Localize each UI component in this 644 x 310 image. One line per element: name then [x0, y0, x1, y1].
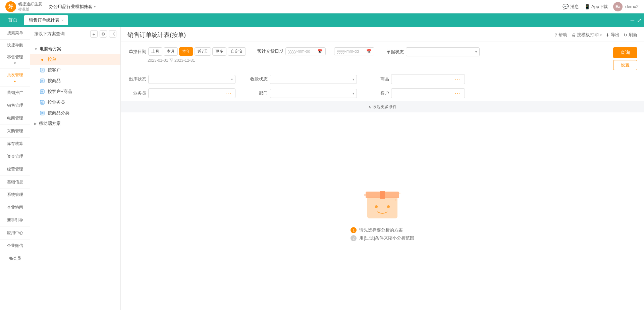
tab-bar-actions: ─ ⤢	[631, 17, 641, 23]
sidebar-item-purchase[interactable]: 采购管理	[0, 125, 30, 138]
app-download-btn[interactable]: 📱 App下载	[584, 4, 608, 10]
tab-sales-report[interactable]: 销售订单统计表 ×	[24, 15, 68, 25]
dept-select[interactable]	[270, 89, 357, 98]
page-actions: ? 帮助 🖨 按模板打印 ▾ ⬇ 导出 ↻ 刷新	[555, 32, 637, 38]
tab-close-icon[interactable]: ×	[61, 18, 63, 22]
tab-home[interactable]: 首页	[3, 15, 23, 25]
expected-date-end-input[interactable]: yyyy-mm-dd 📅	[334, 47, 374, 55]
scheme-item-by-goods-category[interactable]: 类 按商品分类	[30, 108, 120, 118]
svg-rect-12	[380, 191, 385, 199]
empty-state: 1 请先选择要分析的方案 2 用[过滤]条件来缩小分析范围	[351, 182, 414, 241]
sidebar-item-inventory[interactable]: 库存核算	[0, 138, 30, 150]
message-icon: 💬	[562, 4, 569, 10]
sidebar-item-system[interactable]: 系统管理	[0, 189, 30, 201]
tab-expand-icon[interactable]: ⤢	[637, 17, 641, 23]
sidebar-item-enterprise[interactable]: 企业协同	[0, 201, 30, 214]
sidebar-label-enterprise: 企业协同	[7, 205, 23, 210]
export-icon: ⬇	[606, 33, 609, 38]
collapse-bar[interactable]: ∧ 收起更多条件	[121, 101, 644, 112]
avatar: Ea	[613, 2, 623, 11]
top-bar-right: 💬 消息 📱 App下载 Ea demo2	[562, 2, 639, 11]
doc-status-label: 单据状态	[385, 49, 404, 55]
hint-num-2: 2	[351, 235, 357, 241]
help-btn[interactable]: ? 帮助	[555, 32, 567, 38]
print-btn[interactable]: 🖨 按模板打印 ▾	[571, 32, 602, 38]
scheme-item-by-customer[interactable]: 人 按客户	[30, 65, 120, 75]
phone-icon: 📱	[584, 4, 590, 9]
page-header: 销售订单统计表(按单) ? 帮助 🖨 按模板打印 ▾ ⬇ 导出	[121, 27, 644, 42]
settings-scheme-btn[interactable]: ⚙	[100, 30, 107, 38]
scheme-item-by-salesman[interactable]: 业 按业务员	[30, 97, 120, 108]
sidebar-item-marketing[interactable]: 营销推广	[0, 87, 30, 99]
sidebar-item-wechat[interactable]: 企业微信	[0, 240, 30, 252]
date-btn-last-month[interactable]: 上月	[148, 47, 162, 56]
goods-input[interactable]: ···	[391, 74, 465, 84]
customer-label: 客户	[370, 90, 389, 96]
query-button[interactable]: 查询	[613, 47, 637, 58]
scheme-label-by-customer: 按客户	[48, 67, 61, 73]
sidebar-item-operations[interactable]: 经营管理	[0, 163, 30, 176]
ship-status-select[interactable]	[148, 75, 235, 84]
scheme-label-by-salesman: 按业务员	[48, 99, 65, 105]
filter-expected-date-col: 预计交货日期 yyyy-mm-dd 📅 — yyyy-mm-dd 📅	[257, 47, 374, 55]
export-btn[interactable]: ⬇ 导出	[606, 32, 620, 38]
collapse-panel-btn[interactable]: 《	[109, 30, 116, 38]
user-profile-btn[interactable]: Ea demo2	[613, 2, 639, 11]
empty-hint-1: 1 请先选择要分析的方案	[351, 227, 414, 233]
sidebar-item-ecommerce[interactable]: 电商管理	[0, 112, 30, 125]
pay-status-select[interactable]	[270, 75, 357, 84]
doc-status-select[interactable]	[406, 47, 480, 56]
filter-pay-col: 收款状态 ▾	[249, 75, 357, 84]
filter-date-col: 单据日期 上月 本月 本年 近7天 更多 自定义	[127, 47, 246, 63]
sidebar-item-newbie[interactable]: 新手引导	[0, 214, 30, 227]
system-name-btn[interactable]: 办公用品行业模拟账套 ▾	[49, 4, 96, 10]
tab-minimize-icon[interactable]: ─	[631, 17, 634, 23]
dept-select-wrap: ▾	[270, 89, 357, 98]
add-scheme-btn[interactable]: +	[90, 30, 98, 38]
mobile-scheme-group: ▶ 移动端方案	[30, 118, 120, 128]
salesman-input[interactable]: ···	[148, 88, 235, 98]
sidebar-item-retail[interactable]: 零售管理 ▼	[0, 51, 30, 69]
sidebar-label-wholesale: 批发管理	[7, 72, 23, 78]
sidebar-item-appcenter[interactable]: 应用中心	[0, 227, 30, 240]
svg-text:业: 业	[41, 101, 44, 104]
pc-scheme-group-header[interactable]: ▼ 电脑端方案	[30, 44, 120, 54]
scheme-item-by-order[interactable]: ● 按单	[30, 54, 120, 65]
expected-date-start-input[interactable]: yyyy-mm-dd 📅	[285, 47, 326, 55]
help-icon: ?	[555, 33, 557, 38]
refresh-icon: ↻	[624, 33, 627, 38]
filter-row-1: 单据日期 上月 本月 本年 近7天 更多 自定义	[127, 47, 637, 70]
sidebar-search[interactable]: 搜索菜单	[0, 27, 30, 40]
order-icon: ●	[40, 57, 45, 62]
filter-row-2: 出库状态 ▾ 收款状态	[127, 74, 637, 84]
customer-input[interactable]: ···	[391, 88, 465, 98]
logo-icon: 好	[5, 1, 16, 12]
content-area: 按以下方案查询 + ⚙ 《 ▼ 电脑端方案 ● 按单	[30, 27, 644, 310]
refresh-btn[interactable]: ↻ 刷新	[624, 32, 637, 38]
message-btn[interactable]: 💬 消息	[562, 4, 579, 10]
date-btn-custom[interactable]: 自定义	[228, 47, 246, 56]
svg-point-14	[387, 205, 390, 208]
sidebar-item-basic[interactable]: 基础信息	[0, 176, 30, 189]
date-btn-this-month[interactable]: 本月	[164, 47, 178, 56]
mobile-scheme-group-header[interactable]: ▶ 移动端方案	[30, 118, 120, 128]
sidebar-item-finance[interactable]: 资金管理	[0, 150, 30, 163]
system-name: 办公用品行业模拟账套	[49, 4, 93, 10]
sidebar-nav[interactable]: 快捷导航	[0, 40, 30, 51]
scheme-item-by-goods[interactable]: 商 按商品	[30, 75, 120, 86]
date-btn-this-year[interactable]: 本年	[179, 47, 193, 56]
date-btn-more[interactable]: 更多	[212, 47, 226, 56]
date-btn-7days[interactable]: 近7天	[195, 47, 211, 56]
filter-date-top: 单据日期 上月 本月 本年 近7天 更多 自定义	[127, 47, 246, 56]
sidebar-item-sales[interactable]: 销售管理	[0, 99, 30, 112]
sidebar-label-ecommerce: 电商管理	[7, 115, 23, 121]
sidebar-item-wholesale[interactable]: 批发管理 ▲	[0, 69, 30, 87]
hint-text-1: 请先选择要分析的方案	[359, 227, 403, 233]
sidebar-item-member[interactable]: 畅会员	[0, 252, 30, 265]
collapse-label: 收起更多条件	[373, 104, 397, 110]
scheme-item-by-customer-goods[interactable]: 客 按客户+商品	[30, 86, 120, 97]
salesman-label: 业务员	[127, 90, 146, 96]
action-btn-group: 查询 设置	[613, 47, 637, 70]
sidebar-label-marketing: 营销推广	[7, 90, 23, 96]
setting-button[interactable]: 设置	[613, 60, 637, 70]
